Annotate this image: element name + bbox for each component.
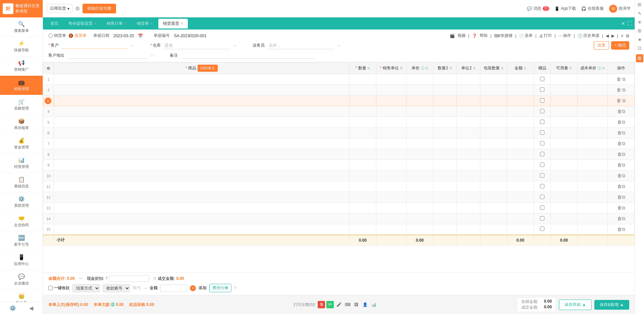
copy-row-btn[interactable]: ⧉ — [622, 109, 625, 114]
one-click-pay-checkbox[interactable] — [48, 286, 53, 290]
product-input[interactable] — [55, 99, 348, 103]
gift-checkbox[interactable] — [540, 227, 544, 231]
delete-row-btn[interactable]: 🗑 — [617, 205, 622, 210]
quantity2-cell[interactable] — [433, 96, 457, 106]
unit-price-cell[interactable] — [407, 96, 433, 106]
copy-row-btn[interactable]: ⧉ — [622, 130, 625, 136]
copy-row-btn[interactable]: ⧉ — [622, 98, 626, 104]
copy-row-btn[interactable]: ⧉ — [622, 162, 625, 168]
amount-cell[interactable] — [507, 74, 534, 85]
delete-row-btn[interactable]: 🗑 — [616, 98, 621, 103]
tab-close-icon[interactable]: ✕ — [180, 22, 183, 25]
tab-order[interactable]: 销售订单 ✕ — [102, 19, 131, 28]
quantity2-cell[interactable] — [433, 85, 457, 96]
sidebar-item-newguide[interactable]: 🆕 新手引导 — [0, 231, 43, 251]
delete-row-btn[interactable]: 🗑 — [617, 151, 622, 157]
product-cell[interactable] — [54, 74, 350, 85]
address-select-btn[interactable]: ··· — [150, 53, 154, 58]
collapse-sidebar-btn[interactable]: ◀ — [29, 305, 33, 311]
copy-row-btn[interactable]: ⧉ — [622, 194, 625, 200]
gift-checkbox[interactable] — [540, 173, 544, 178]
tab-close-icon[interactable]: ✕ — [124, 22, 127, 25]
delete-row-btn[interactable]: 🗑 — [616, 76, 621, 82]
delete-row-btn[interactable]: 🗑 — [617, 194, 622, 200]
grid-view-btn[interactable]: ⊞ — [626, 34, 629, 38]
th-settings[interactable]: ⚙ — [43, 63, 54, 74]
product-cell[interactable] — [54, 171, 350, 181]
download-btn[interactable]: 📱 App下载 — [554, 6, 576, 11]
message-btn[interactable]: 💬 消息 70 — [527, 6, 549, 11]
delete-row-btn[interactable]: 🗑 — [616, 87, 621, 92]
customer-input[interactable] — [61, 42, 128, 49]
copy-row-btn[interactable]: ⧉ — [622, 184, 625, 189]
right-panel-icon-4[interactable]: ⊞ — [637, 29, 642, 33]
delete-row-btn[interactable]: 🗑 — [617, 162, 622, 168]
service-btn[interactable]: 🎧 在线客服 — [581, 6, 604, 11]
account-dots[interactable]: ··· — [144, 286, 147, 291]
settings-bottom-btn[interactable]: ⚙️ — [9, 305, 16, 311]
set-btn[interactable]: 设置 — [594, 41, 609, 50]
quantity-cell[interactable] — [350, 96, 376, 106]
sort-icon[interactable]: ⇅ — [501, 66, 503, 70]
gift-checkbox[interactable] — [540, 77, 544, 81]
sort-icon[interactable]: ⇅ — [425, 66, 428, 70]
delete-row-btn[interactable]: 🗑 — [617, 184, 622, 189]
tab-price[interactable]: 售价提取设置 ✕ — [64, 19, 101, 28]
sidebar-item-search[interactable]: 🔍 搜索菜单 — [0, 17, 43, 37]
sidebar-item-operation[interactable]: 📊 经营管理 — [0, 153, 43, 173]
cost-price-cell[interactable] — [578, 85, 608, 96]
quantity-cell[interactable] — [350, 74, 376, 85]
sidebar-item-inventory[interactable]: 📦 库存核算 — [0, 115, 43, 134]
amount-cell[interactable] — [507, 85, 534, 96]
copy-row-btn[interactable]: ⧉ — [622, 205, 625, 211]
gift-checkbox[interactable] — [540, 216, 544, 221]
copy-row-btn[interactable]: ⧉ — [622, 227, 625, 232]
chart-icon[interactable]: 📊 — [370, 301, 377, 308]
customer-select-btn[interactable]: ··· — [131, 43, 135, 48]
tab-home[interactable]: 首页 — [46, 19, 63, 28]
sales-unit-cell[interactable] — [376, 96, 407, 106]
nav-next-btn[interactable]: ▶ — [611, 34, 614, 38]
logistics-btn[interactable]: + 物流 — [611, 41, 629, 50]
right-panel-icon-6[interactable]: ⊡ — [637, 46, 642, 50]
save-draft-btn[interactable]: 保存草稿 ▲ — [559, 300, 592, 310]
unit-price-cell[interactable] — [407, 74, 433, 85]
gift-checkbox[interactable] — [540, 109, 544, 113]
delete-row-btn[interactable]: 🗑 — [617, 227, 622, 232]
tab-return[interactable]: 销货退货 ✕ — [158, 19, 188, 28]
pack-qty-cell[interactable] — [480, 96, 507, 106]
gift-checkbox[interactable] — [540, 141, 544, 145]
gift-checkbox[interactable] — [540, 87, 544, 92]
sales-unit-cell[interactable] — [376, 74, 407, 85]
amount-input[interactable] — [160, 285, 187, 292]
video-btn[interactable]: 视频 — [458, 33, 466, 39]
sort-icon[interactable]: ⇅ — [473, 66, 476, 70]
history-btn[interactable]: 🕐 历史单据 — [578, 33, 599, 39]
calendar-icon[interactable]: 📅 — [138, 34, 143, 38]
sidebar-item-finance[interactable]: 💰 资金管理 — [0, 134, 43, 153]
quantity2-cell[interactable] — [433, 74, 457, 85]
sidebar-item-quicknav[interactable]: ⚡ 快捷导航 — [0, 37, 43, 56]
unit2-cell[interactable] — [457, 96, 480, 106]
zh-icon[interactable]: 中 — [326, 301, 334, 308]
copy-row-btn[interactable]: ⧉ — [622, 173, 625, 179]
warehouse-input[interactable]: 总仓 — [163, 42, 230, 49]
product-cell[interactable] — [54, 203, 350, 213]
product-cell[interactable] — [54, 160, 350, 171]
gift-cell[interactable] — [534, 85, 551, 96]
gift-cell[interactable] — [534, 74, 551, 85]
address-input[interactable] — [67, 52, 148, 59]
copy-row-btn[interactable]: ⧉ — [622, 151, 625, 157]
product-cell[interactable] — [54, 224, 350, 235]
fee-split-btn[interactable]: 费用分摊 — [209, 284, 231, 292]
gift-checkbox[interactable] — [540, 163, 544, 167]
add-row-btn[interactable]: + — [45, 98, 51, 104]
product-cell[interactable] — [54, 138, 350, 149]
gift-checkbox[interactable] — [540, 120, 544, 124]
person-icon[interactable]: 👤 — [361, 301, 369, 308]
user-area[interactable]: 徐 徐泽华 — [609, 5, 631, 13]
sidebar-item-appstore[interactable]: 📱 应用中心 — [0, 251, 43, 270]
sidebar-item-sales[interactable]: 💼 销售管理 — [0, 76, 43, 95]
operate-btn[interactable]: ⋯ 操作 — [558, 33, 571, 39]
product-cell-active[interactable] — [54, 96, 350, 106]
